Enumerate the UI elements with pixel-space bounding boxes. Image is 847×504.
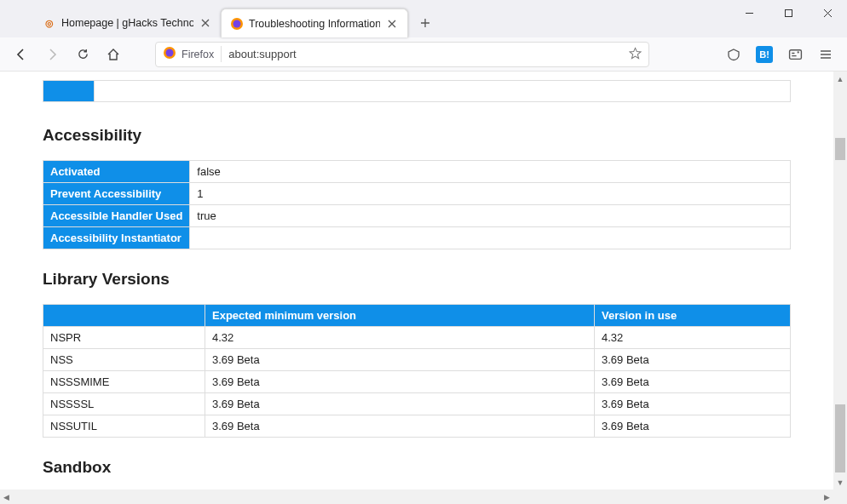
tab-about-support[interactable]: Troubleshooting Information	[221, 9, 408, 37]
col-header-inuse: Version in use	[595, 305, 791, 327]
table-row: Accessible Handler Used true	[43, 205, 791, 227]
table-row: NSS 3.69 Beta 3.69 Beta	[43, 349, 791, 371]
close-tab-icon[interactable]	[199, 16, 212, 30]
scroll-thumb[interactable]	[835, 404, 845, 472]
accessibility-table: Activated false Prevent Accessibility 1 …	[43, 160, 791, 249]
table-header-row: Expected minimum version Version in use	[43, 305, 791, 327]
lib-inuse: 3.69 Beta	[595, 371, 791, 393]
toolbar-right: B!	[719, 41, 840, 68]
row-header: Accessibility Instantiator	[43, 227, 190, 249]
pocket-button[interactable]	[719, 41, 748, 68]
sandbox-heading: Sandbox	[43, 458, 791, 477]
lib-expected: 3.69 Beta	[205, 393, 595, 415]
row-value: false	[190, 161, 791, 183]
library-versions-table: Expected minimum version Version in use …	[43, 304, 791, 438]
col-header-blank	[43, 305, 205, 327]
svg-point-4	[166, 49, 174, 57]
nav-toolbar: Firefox about:support B!	[0, 37, 847, 72]
scroll-corner	[833, 490, 847, 504]
lib-inuse: 3.69 Beta	[595, 393, 791, 415]
lib-name: NSS	[43, 349, 205, 371]
table-row: NSSUTIL 3.69 Beta 3.69 Beta	[43, 415, 791, 438]
lib-expected: 3.69 Beta	[205, 371, 595, 393]
forward-button[interactable]	[37, 41, 66, 68]
window-maximize-button[interactable]	[769, 0, 808, 26]
partial-value-cell	[95, 81, 790, 101]
hatena-button[interactable]: B!	[750, 41, 779, 68]
titlebar: ◎ Homepage | gHacks Technolog Troublesho…	[0, 0, 847, 37]
partial-table-row	[43, 80, 791, 102]
horizontal-scrollbar[interactable]: ◀ ▶	[0, 490, 833, 504]
row-value: 1	[190, 183, 791, 205]
lib-inuse: 4.32	[595, 327, 791, 349]
row-value: true	[190, 205, 791, 227]
lib-name: NSSUTIL	[43, 415, 205, 438]
lib-inuse: 3.69 Beta	[595, 415, 791, 438]
lib-expected: 3.69 Beta	[205, 349, 595, 371]
content-area: Accessibility Activated false Prevent Ac…	[0, 72, 847, 504]
favicon-firefox	[230, 17, 244, 31]
accessibility-heading: Accessibility	[43, 126, 791, 145]
reload-button[interactable]	[68, 41, 97, 68]
lib-name: NSPR	[43, 327, 205, 349]
home-button[interactable]	[99, 41, 128, 68]
table-row: Accessibility Instantiator	[43, 227, 791, 249]
favicon-ghacks: ◎	[43, 16, 56, 30]
lib-name: NSSSMIME	[43, 371, 205, 393]
tab-ghacks[interactable]: ◎ Homepage | gHacks Technolog	[34, 9, 221, 37]
back-button[interactable]	[7, 41, 36, 68]
window-close-button[interactable]	[808, 0, 847, 26]
row-header: Accessible Handler Used	[43, 205, 190, 227]
identity-box[interactable]: Firefox	[163, 46, 222, 62]
col-header-expected: Expected minimum version	[205, 305, 595, 327]
partial-header-cell	[43, 81, 95, 101]
lib-expected: 4.32	[205, 327, 595, 349]
identity-label: Firefox	[182, 49, 214, 60]
scroll-up-arrow[interactable]: ▲	[833, 72, 847, 86]
tab-strip: ◎ Homepage | gHacks Technolog Troublesho…	[34, 9, 408, 37]
extension-button[interactable]	[781, 41, 810, 68]
firefox-logo-icon	[163, 46, 176, 62]
vertical-scrollbar[interactable]: ▲ ▼	[833, 72, 847, 490]
table-row: NSSSSL 3.69 Beta 3.69 Beta	[43, 393, 791, 415]
table-row: NSPR 4.32 4.32	[43, 327, 791, 349]
table-row: NSSSMIME 3.69 Beta 3.69 Beta	[43, 371, 791, 393]
row-value	[190, 227, 791, 249]
scroll-thumb[interactable]	[835, 138, 845, 160]
bookmark-star-icon[interactable]	[629, 47, 642, 62]
close-tab-icon[interactable]	[385, 17, 399, 31]
lib-name: NSSSSL	[43, 393, 205, 415]
svg-rect-5	[789, 50, 801, 60]
table-row: Prevent Accessibility 1	[43, 183, 791, 205]
svg-rect-2	[785, 9, 792, 16]
tab-label: Troubleshooting Information	[249, 18, 380, 30]
window-minimize-button[interactable]	[729, 0, 769, 26]
window-controls	[729, 0, 847, 26]
new-tab-button[interactable]	[413, 11, 437, 35]
scroll-left-arrow[interactable]: ◀	[3, 493, 9, 501]
lib-expected: 3.69 Beta	[205, 415, 595, 438]
hatena-icon: B!	[756, 46, 773, 63]
url-bar[interactable]: Firefox about:support	[155, 42, 649, 67]
library-versions-heading: Library Versions	[43, 270, 791, 289]
row-header: Prevent Accessibility	[43, 183, 190, 205]
row-header: Activated	[43, 161, 190, 183]
url-text[interactable]: about:support	[228, 48, 622, 60]
table-row: Activated false	[43, 161, 791, 183]
about-support-page: Accessibility Activated false Prevent Ac…	[0, 72, 833, 504]
svg-point-1	[233, 20, 241, 27]
scroll-down-arrow[interactable]: ▼	[833, 475, 847, 490]
app-menu-button[interactable]	[811, 41, 840, 68]
scroll-right-arrow[interactable]: ▶	[824, 493, 830, 501]
lib-inuse: 3.69 Beta	[595, 349, 791, 371]
tab-label: Homepage | gHacks Technolog	[61, 17, 193, 29]
svg-point-6	[797, 51, 798, 53]
